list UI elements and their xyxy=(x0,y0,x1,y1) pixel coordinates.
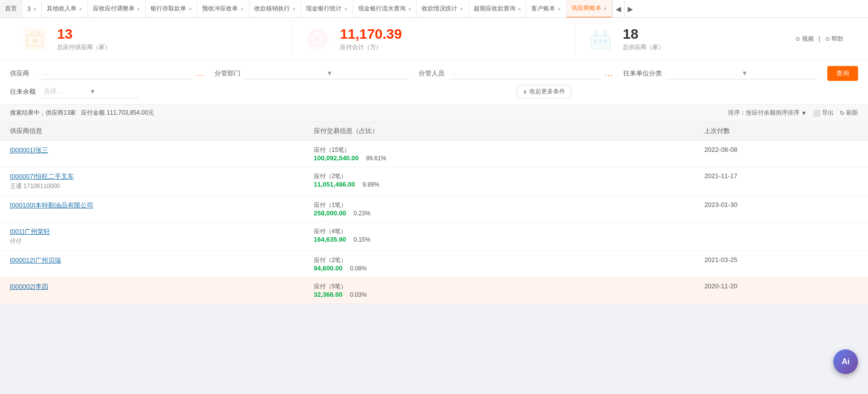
table-row: [000001]张三 应付（15笔） 100,092,540.00 89.61%… xyxy=(0,141,868,167)
nav-tab-adjustment[interactable]: 应收应付调整单 × xyxy=(88,0,145,18)
amount-value-3: 164,635.90 xyxy=(314,236,346,243)
supplier-link-5[interactable]: [000002]李四 xyxy=(10,283,48,290)
results-actions: 排序：按应付余额倒序排序 ▼ ⬜ 导出 ↻ 刷新 xyxy=(728,109,858,117)
payable-total-icon: ¥ xyxy=(303,24,333,54)
close-tab-supplier-account[interactable]: × xyxy=(604,5,607,11)
amount-value-5: 32,366.00 xyxy=(314,291,343,298)
search-button[interactable]: 查询 xyxy=(827,66,858,81)
percent-5: 0.03% xyxy=(350,291,367,298)
close-tab-other-income[interactable]: × xyxy=(79,6,82,12)
supplier-link-2[interactable]: [000100]本特勤油品有限公司 xyxy=(10,201,93,209)
last-payment-cell-1: 2021-11-17 xyxy=(694,167,868,196)
supplier-cell-4: [000012]广州贝瑞 xyxy=(0,251,304,277)
percent-0: 89.61% xyxy=(366,155,386,162)
supplier-link-4[interactable]: [000012]广州贝瑞 xyxy=(10,257,61,264)
separator: | xyxy=(819,35,820,42)
top-nav: 首页 3 × 其他收入单 × 应收应付调整单 × 银行存取款单 × 预收冲应收单… xyxy=(0,0,868,18)
total-suppliers-label: 总供应商（家） xyxy=(623,43,664,52)
table-header-row: 供应商信息 应付交易信息（占比） 上次付数 xyxy=(0,122,868,141)
sort-icon: ▼ xyxy=(801,110,807,117)
nav-tab-collection[interactable]: 收款核销执行 × xyxy=(249,0,301,18)
nav-tab-customer-account[interactable]: 客户账本 × xyxy=(526,0,566,18)
table-row: [001]广州荣轩仔仔 应付（4笔） 164,635.90 0.15% xyxy=(0,222,868,251)
supplier-ellipsis[interactable]: ... xyxy=(196,69,204,78)
results-bar: 搜索结果中，供应商13家 应付金额 111,703,854.00元 排序：按应付… xyxy=(0,105,868,122)
close-tab-3[interactable]: × xyxy=(33,6,36,12)
close-tab-prepay[interactable]: × xyxy=(240,6,243,12)
close-tab-cash-flow[interactable]: × xyxy=(408,6,411,12)
dept-label: 分管部门 xyxy=(215,69,240,78)
nav-tab-cash-flow[interactable]: 现金银行流水查询 × xyxy=(353,0,417,18)
transaction-cell-3: 应付（4笔） 164,635.90 0.15% xyxy=(304,222,695,251)
table-container: 供应商信息 应付交易信息（占比） 上次付数 [000001]张三 应付（15笔）… xyxy=(0,122,868,304)
table-row: [000012]广州贝瑞 应付（2笔） 94,600.00 0.08% 2021… xyxy=(0,251,868,277)
summary-card-payable-suppliers: 13 总应付供应商（家） xyxy=(10,24,293,54)
sort-button[interactable]: 排序：按应付余额倒序排序 ▼ xyxy=(728,109,807,117)
amount-value-4: 94,600.00 xyxy=(314,264,343,272)
summary-card-payable-total: ¥ 11,170.39 应付合计（万） xyxy=(293,24,576,54)
nav-tab-bank[interactable]: 银行存取款单 × xyxy=(145,0,197,18)
summary-bar: 13 总应付供应商（家） ¥ 11,170.39 应付合计（万） xyxy=(0,18,868,60)
collapse-button[interactable]: ∧ 收起更多条件 xyxy=(516,85,572,98)
video-link[interactable]: ⊙ 视频 xyxy=(796,35,813,43)
transaction-cell-4: 应付（2笔） 94,600.00 0.08% xyxy=(304,251,695,277)
export-button[interactable]: ⬜ 导出 xyxy=(813,109,834,117)
filter-category: 往来单位分类 ▼ xyxy=(623,67,818,79)
supplier-link-0[interactable]: [000001]张三 xyxy=(10,146,48,154)
export-icon: ⬜ xyxy=(813,110,820,117)
supplier-link-3[interactable]: [001]广州荣轩 xyxy=(10,228,50,235)
category-label: 往来单位分类 xyxy=(623,69,662,78)
total-suppliers-number: 18 xyxy=(623,26,664,42)
amount-value-0: 100,092,540.00 xyxy=(314,154,359,162)
nav-tab-overdue[interactable]: 超期应收款查询 × xyxy=(469,0,526,18)
supplier-cell-1: [000007]恒旺二手叉车王通 17106110000 xyxy=(0,167,304,196)
transaction-cell-1: 应付（2笔） 11,051,486.00 9.89% xyxy=(304,167,695,196)
close-tab-adjustment[interactable]: × xyxy=(137,6,140,12)
category-dropdown[interactable]: ▼ xyxy=(666,67,818,79)
nav-tab-supplier-account[interactable]: 供应商账本 × xyxy=(567,0,612,18)
close-tab-overdue[interactable]: × xyxy=(518,6,521,12)
nav-tab-home[interactable]: 首页 xyxy=(0,0,22,18)
supplier-label: 供应商 xyxy=(10,69,35,78)
svg-rect-2 xyxy=(33,39,37,43)
last-payment-date-1: 2021-11-17 xyxy=(704,172,737,180)
close-tab-bank[interactable]: × xyxy=(189,6,192,12)
nav-tab-cash-stat[interactable]: 现金银行统计 × xyxy=(301,0,353,18)
filter-bar: 供应商 ... 分管部门 ▼ 分管人员 ... 往来单位分类 ▼ 查询 往来 xyxy=(0,60,868,105)
amount-row-5: 32,366.00 0.03% xyxy=(314,291,685,298)
close-tab-collection-stat[interactable]: × xyxy=(460,6,463,12)
transaction-cell-5: 应付（5笔） 32,366.00 0.03% xyxy=(304,277,695,304)
person-ellipsis[interactable]: ... xyxy=(605,69,613,78)
help-link[interactable]: ⊙ 帮助 xyxy=(825,35,843,43)
nav-tab-prepay[interactable]: 预收冲应收单 × xyxy=(197,0,249,18)
supplier-cell-3: [001]广州荣轩仔仔 xyxy=(0,222,304,251)
nav-tab-collection-stat[interactable]: 收款情况统计 × xyxy=(417,0,468,18)
nav-prev-arrow[interactable]: ◀ xyxy=(612,0,624,18)
amount-row-3: 164,635.90 0.15% xyxy=(314,236,685,243)
total-suppliers-text: 18 总供应商（家） xyxy=(623,26,664,52)
nav-next-arrow[interactable]: ▶ xyxy=(624,0,636,18)
filter-person: 分管人员 ... xyxy=(419,67,613,79)
nav-tab-3[interactable]: 3 × xyxy=(22,0,42,18)
close-tab-collection[interactable]: × xyxy=(292,6,295,12)
amount-row-4: 94,600.00 0.08% xyxy=(314,264,685,272)
supplier-link-1[interactable]: [000007]恒旺二手叉车 xyxy=(10,173,74,180)
close-tab-cash-stat[interactable]: × xyxy=(344,6,347,12)
person-input[interactable] xyxy=(448,67,601,79)
category-dropdown-arrow: ▼ xyxy=(741,69,813,77)
balance-dropdown[interactable]: 选择... ▼ xyxy=(40,85,139,98)
dept-dropdown[interactable]: ▼ xyxy=(244,67,409,79)
last-payment-cell-3 xyxy=(694,222,868,251)
export-label: 导出 xyxy=(822,109,834,117)
transaction-cell-0: 应付（15笔） 100,092,540.00 89.61% xyxy=(304,141,695,167)
svg-rect-9 xyxy=(599,39,602,43)
svg-text:¥: ¥ xyxy=(315,35,319,43)
refresh-button[interactable]: ↻ 刷新 xyxy=(840,109,858,117)
last-payment-date-0: 2022-08-08 xyxy=(704,146,737,153)
supplier-input[interactable] xyxy=(39,67,192,79)
close-tab-customer-account[interactable]: × xyxy=(558,6,561,12)
nav-tab-other-income[interactable]: 其他收入单 × xyxy=(42,0,87,18)
payable-supplier-icon xyxy=(20,24,50,54)
supplier-cell-0: [000001]张三 xyxy=(0,141,304,167)
amount-row-2: 258,000.00 0.23% xyxy=(314,209,685,217)
